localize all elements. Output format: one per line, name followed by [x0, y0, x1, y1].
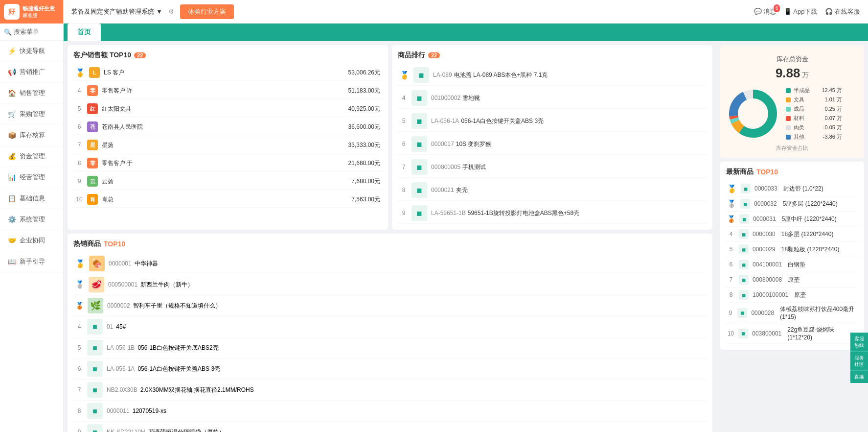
product-icon: ◼	[92, 344, 97, 351]
megaphone-icon: 📢	[8, 68, 16, 76]
flash-icon: ⚡	[8, 47, 16, 55]
rank-num: 4	[75, 87, 83, 94]
newest-product-item: 🥇 ◼ 0000033 封边带 (1.0*22)	[726, 181, 858, 196]
medal-silver-icon: 🥈	[75, 280, 85, 289]
home-icon: 🏠	[8, 89, 16, 97]
rank-num: 5	[727, 246, 735, 253]
donut-chart-container: 半成品 12.45 万 文具 1.01 万 成品 0.25 万	[726, 85, 858, 143]
settings-icon[interactable]: ⚙	[168, 8, 174, 15]
medal-gold-icon: 🥇	[75, 259, 85, 268]
message-btn[interactable]: 💬 消息 6	[754, 7, 777, 16]
sidebar-item-sales[interactable]: 🏠 销售管理	[0, 83, 63, 104]
float-direct-btn[interactable]: 直播	[850, 371, 868, 383]
customer-name: 零售客户·于	[102, 159, 344, 168]
product-placeholder: ◼	[87, 340, 103, 356]
sidebar-item-marketing[interactable]: 📢 营销推广	[0, 62, 63, 83]
tab-home[interactable]: 首页	[68, 24, 101, 41]
rank-num: 8	[75, 408, 83, 414]
float-community-btn[interactable]: 服务 社区	[850, 352, 868, 371]
sidebar-logo: 好 畅捷通好生意 标准版	[0, 0, 63, 24]
customer-name: 星扬	[102, 141, 344, 149]
rank-num: 6	[727, 261, 735, 268]
sidebar-item-cooperation[interactable]: 🤝 企业协同	[0, 230, 63, 251]
product-placeholder: ◼	[411, 159, 427, 175]
product-icon: ◼	[92, 365, 97, 372]
search-menu-item[interactable]: 🔍 搜索菜单	[0, 24, 63, 41]
product-icon: ◼	[416, 94, 422, 102]
hot-product-item: 8 ◼ 000001112070519-xs	[73, 401, 707, 422]
customer-badge: 星	[87, 140, 98, 150]
rank-num: 10	[75, 196, 83, 203]
sidebar-item-finance[interactable]: 💰 资金管理	[0, 146, 63, 167]
headset-icon: 🎧	[825, 8, 833, 15]
product-image: 🌿	[88, 298, 103, 313]
product-icon: ◼	[92, 408, 97, 414]
customer-name: 红太阳文具	[102, 105, 344, 113]
sidebar-item-quick-nav[interactable]: ⚡ 快捷导航	[0, 41, 63, 62]
sidebar-item-basic-info[interactable]: 📋 基础信息	[0, 188, 63, 209]
product-icon: ◼	[92, 386, 97, 393]
newest-placeholder: ◼	[739, 275, 749, 285]
newest-placeholder: ◼	[739, 229, 749, 239]
gear-icon: ⚙️	[8, 216, 16, 223]
rank-num: 5	[75, 344, 83, 351]
product-ranking-title: 商品排行 22	[398, 51, 707, 60]
product-placeholder: ◼	[411, 182, 427, 198]
hot-products-card: 热销商品 TOP10 🥇 🍖 0000001中华神器 🥈 �	[68, 234, 712, 432]
legend-item: 材料 0.07 万	[786, 115, 842, 122]
customer-badge: L	[89, 67, 100, 78]
newest-placeholder: ◼	[741, 184, 751, 193]
product-ranking-card: 商品排行 22 🥇 ◼ LA-089电池盖 LA-089 ABS本色+黑种 7.…	[392, 45, 712, 230]
legend-dot	[786, 107, 791, 112]
product-rank-list: 🥇 ◼ LA-089电池盖 LA-089 ABS本色+黑种 7.1克 4 ◼	[398, 65, 707, 224]
product-placeholder: ◼	[413, 67, 429, 83]
newest-placeholder: ◼	[739, 260, 749, 269]
sidebar-item-system[interactable]: ⚙️ 系统管理	[0, 209, 63, 230]
inventory-total: 库存总资金 9.88 万	[726, 51, 858, 85]
service-label: 客服	[852, 336, 866, 342]
rank-num: 6	[75, 123, 83, 130]
logo-icon: 好	[4, 4, 20, 20]
system-title-dropdown[interactable]: 装备及固定资产辅助管理系统 ▼	[71, 7, 162, 16]
sidebar-item-purchase[interactable]: 🛒 采购管理	[0, 104, 63, 125]
sidebar-item-inventory[interactable]: 📦 库存核算	[0, 125, 63, 146]
rank-num: 4	[75, 323, 83, 330]
rank-num: 9	[400, 210, 408, 216]
rank-num: 6	[75, 365, 83, 372]
float-service-btn[interactable]: 客服 热线	[850, 333, 868, 352]
rank-num: 10	[727, 330, 734, 337]
rank-num: 8	[75, 160, 83, 167]
product-placeholder: ◼	[411, 90, 427, 106]
hot-product-item: 6 ◼ LA-056-1A056-1A白色按键开关盖ABS 3壳	[73, 359, 707, 380]
product-placeholder: ◼	[87, 319, 103, 335]
customer-badge: 红	[87, 103, 98, 114]
newest-product-item: 🥈 ◼ 0000032 5厘多层 (1220*2440)	[726, 196, 858, 212]
customer-value: 36,600.00元	[348, 123, 380, 131]
legend-item: 半成品 12.45 万	[786, 87, 842, 94]
rank-num: 9	[75, 429, 83, 432]
customer-rank-item: 6 苍 苍南县人民医院 36,600.00元	[73, 119, 382, 135]
product-placeholder: ◼	[87, 424, 103, 432]
medal-gold-icon: 🥇	[75, 68, 85, 77]
chart-icon: 📊	[8, 173, 16, 181]
customer-badge: 苍	[87, 121, 98, 132]
newest-placeholder: ◼	[737, 308, 747, 318]
rank-num: 7	[75, 386, 83, 393]
newest-product-item: 🥉 ◼ 0000031 5厘中纤 (1220*2440)	[726, 212, 858, 227]
newest-product-item: 10 ◼ 003800001 22g鱼豆腐-烧烤味 (1*12*20)	[726, 323, 858, 344]
sidebar-item-operations[interactable]: 📊 经营管理	[0, 167, 63, 188]
customer-name: 零售客户·许	[102, 87, 344, 95]
sidebar-item-guide[interactable]: 📖 新手引导	[0, 251, 63, 272]
rank-num: 7	[75, 142, 83, 148]
hotline-label: 热线	[852, 342, 866, 348]
online-service-btn[interactable]: 🎧 在线客服	[825, 7, 860, 16]
medal-bronze-icon: 🥉	[75, 302, 84, 310]
chevron-down-icon: ▼	[156, 8, 162, 15]
experience-btn[interactable]: 体验行业方案	[180, 4, 234, 19]
hot-product-item: 9 ◼ KK-SD22110H花语萌恒温分隔睡袋（厚款）	[73, 422, 707, 432]
app-download-btn[interactable]: 📱 App下载	[784, 7, 817, 16]
hot-product-item: 5 ◼ LA-056-1B056-1B白色按键开关底ABS2壳	[73, 337, 707, 359]
newest-products-list: 🥇 ◼ 0000033 封边带 (1.0*22) 🥈 ◼ 0000032	[726, 181, 858, 344]
newest-product-item: 8 ◼ 10000100001 原垄	[726, 288, 858, 303]
customer-name: 苍南县人民医院	[102, 123, 344, 131]
